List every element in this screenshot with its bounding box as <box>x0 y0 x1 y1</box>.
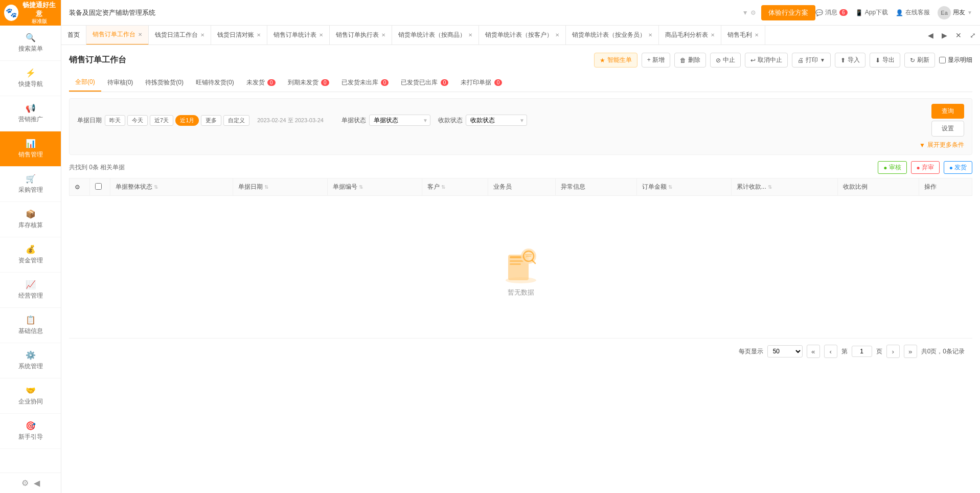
sub-tab-not-shipped[interactable]: 未发货 0 <box>240 74 282 91</box>
tab-close-icon[interactable]: ✕ <box>257 32 261 38</box>
tab-scroll-right-button[interactable]: ▶ <box>938 29 951 41</box>
delete-button[interactable]: 🗑 删除 <box>674 53 706 68</box>
ship-button[interactable]: ● 发货 <box>944 161 972 174</box>
tab-sales-profit[interactable]: 销售毛利 ✕ <box>721 26 765 45</box>
sort-collected[interactable]: 累计收款... ⇅ <box>737 183 772 191</box>
expand-filter-button[interactable]: ▼ 展开更多条件 <box>919 141 964 149</box>
tab-close-icon[interactable]: ✕ <box>319 32 323 38</box>
sub-tab-shipped-stored[interactable]: 已发货已出库 0 <box>395 74 454 91</box>
today-btn[interactable]: 今天 <box>127 115 148 126</box>
sub-tab-pending-inspection[interactable]: 待拣货验货(0) <box>139 74 190 91</box>
first-page-icon: « <box>811 348 815 355</box>
sort-status[interactable]: 单据整体状态 ⇅ <box>116 183 158 191</box>
tab-cash-daily-clearing[interactable]: 钱货日清工作台 ✕ <box>149 26 211 45</box>
tab-close-icon[interactable]: ✕ <box>200 32 204 38</box>
sub-tab-pending-review[interactable]: 待审核(0) <box>101 74 140 91</box>
tab-close-icon[interactable]: ✕ <box>555 32 559 38</box>
yesterday-btn[interactable]: 昨天 <box>105 115 125 126</box>
filter-set-button[interactable]: 设置 <box>931 121 964 137</box>
next-page-button[interactable]: › <box>886 345 900 358</box>
tab-home[interactable]: 首页 <box>61 26 86 45</box>
sidebar-item-enterprise[interactable]: 🤝 企业协同 <box>0 378 61 414</box>
display-detail-checkbox[interactable] <box>939 57 946 63</box>
sidebar-item-guide[interactable]: 🎯 新手引导 <box>0 414 61 449</box>
sidebar-item-inventory[interactable]: 📦 库存核算 <box>0 202 61 237</box>
tab-sales-order-stats[interactable]: 销售订单统计表 ✕ <box>267 26 330 45</box>
tab-close-all-button[interactable]: ✕ <box>951 29 966 41</box>
select-all-checkbox[interactable] <box>95 183 102 190</box>
online-service-button[interactable]: 👤 在线客服 <box>896 8 930 17</box>
more-btn[interactable]: 更多 <box>201 115 221 126</box>
sidebar: 🐾 畅捷通好生意 标准版 🔍 搜索菜单 ⚡ 快捷导航 📢 营销推广 📊 销售管理 <box>0 0 61 493</box>
last-month-btn[interactable]: 近1月 <box>175 115 199 126</box>
sidebar-item-sales[interactable]: 📊 销售管理 <box>0 131 61 167</box>
empty-text: 暂无数据 <box>508 288 534 297</box>
sort-amount[interactable]: 订单金额 ⇅ <box>642 183 672 191</box>
import-button[interactable]: ⬆ 导入 <box>835 53 865 68</box>
sub-tab-expired-not-shipped[interactable]: 到期未发货 0 <box>282 74 335 91</box>
tab-sales-stats-by-customer[interactable]: 销货单统计表（按客户） ✕ <box>479 26 566 45</box>
tab-sales-stats-by-product[interactable]: 销货单统计表（按商品） ✕ <box>392 26 479 45</box>
sidebar-item-marketing[interactable]: 📢 营销推广 <box>0 96 61 131</box>
results-actions: ● 审核 ● 弃审 ● 发货 <box>878 161 972 174</box>
sort-number[interactable]: 单据编号 ⇅ <box>333 183 363 191</box>
payment-select[interactable]: 收款状态 <box>466 115 527 126</box>
tab-cash-goods-reconciliation[interactable]: 钱货日清对账 ✕ <box>211 26 267 45</box>
tab-scroll-left-button[interactable]: ◀ <box>924 29 938 41</box>
sidebar-item-purchase[interactable]: 🛒 采购管理 <box>0 167 61 202</box>
page-size-select[interactable]: 10 20 50 100 <box>767 345 803 357</box>
user-area[interactable]: Ea 用友 ▼ <box>938 6 972 19</box>
stop-button[interactable]: ⊘ 中止 <box>710 53 741 68</box>
current-page-input[interactable] <box>852 346 872 357</box>
sidebar-item-basic[interactable]: 📋 基础信息 <box>0 308 61 343</box>
smart-create-button[interactable]: ★ 智能生单 <box>594 53 637 68</box>
settings-gear-icon[interactable]: ⚙ <box>750 9 756 16</box>
approve-button[interactable]: ● 审核 <box>878 161 906 174</box>
sidebar-item-finance[interactable]: 💰 资金管理 <box>0 237 61 273</box>
sub-tab-not-printed[interactable]: 未打印单据 0 <box>454 74 508 91</box>
tab-close-icon[interactable]: ✕ <box>138 32 142 37</box>
collapse-icon[interactable]: ◀ <box>34 478 40 488</box>
sub-tab-shipped-not-stored[interactable]: 已发货未出库 0 <box>335 74 395 91</box>
sidebar-item-operations[interactable]: 📈 经营管理 <box>0 273 61 308</box>
tab-expand-button[interactable]: ⤢ <box>966 29 980 41</box>
tab-close-icon[interactable]: ✕ <box>755 32 759 38</box>
sub-tab-wangpu-pending-ship[interactable]: 旺铺待发货(0) <box>190 74 240 91</box>
app-download-button[interactable]: 📱 App下载 <box>855 8 888 17</box>
prev-page-button[interactable]: ‹ <box>824 345 837 358</box>
sidebar-item-system[interactable]: ⚙️ 系统管理 <box>0 343 61 378</box>
tab-gross-profit[interactable]: 商品毛利分析表 ✕ <box>659 26 721 45</box>
tab-sales-order-execution[interactable]: 销售订单执行表 ✕ <box>330 26 392 45</box>
status-select[interactable]: 单据状态 <box>369 115 430 126</box>
cancel-stop-button[interactable]: ↩ 取消中止 <box>745 53 788 68</box>
guide-icon: 🎯 <box>26 421 36 431</box>
tab-sales-order-workbench[interactable]: 销售订单工作台 ✕ <box>86 26 149 45</box>
sidebar-item-quick-nav[interactable]: ⚡ 快捷导航 <box>0 61 61 96</box>
display-detail-label[interactable]: 显示明细 <box>939 56 972 64</box>
tab-close-icon[interactable]: ✕ <box>648 32 652 38</box>
message-button[interactable]: 💬 消息 6 <box>815 8 848 17</box>
query-button[interactable]: 查询 <box>931 104 964 119</box>
industry-solution-button[interactable]: 体验行业方案 <box>761 5 815 20</box>
tab-sales-stats-by-salesperson[interactable]: 销货单统计表（按业务员） ✕ <box>566 26 659 45</box>
tab-close-icon[interactable]: ✕ <box>468 32 472 38</box>
sub-tab-all[interactable]: 全部(0) <box>69 74 101 92</box>
tab-close-icon[interactable]: ✕ <box>381 32 385 38</box>
export-button[interactable]: ⬇ 导出 <box>870 53 900 68</box>
custom-btn[interactable]: 自定义 <box>223 115 249 126</box>
sort-customer[interactable]: 客户 ⇅ <box>427 183 445 191</box>
column-settings-icon[interactable]: ⚙ <box>75 184 80 191</box>
settings-icon[interactable]: ⚙ <box>21 478 29 488</box>
refresh-button[interactable]: ↻ 刷新 <box>904 53 935 68</box>
add-button[interactable]: + 新增 <box>642 53 670 68</box>
revoke-button[interactable]: ● 弃审 <box>911 161 940 174</box>
last-page-button[interactable]: » <box>904 345 917 358</box>
page-header: 销售订单工作台 ★ 智能生单 + 新增 🗑 删除 ⊘ <box>69 53 972 68</box>
print-button[interactable]: 🖨 打印 ▼ <box>792 53 831 68</box>
sort-icon: ⇅ <box>441 184 445 190</box>
last7days-btn[interactable]: 近7天 <box>150 115 173 126</box>
first-page-button[interactable]: « <box>807 345 820 358</box>
tab-close-icon[interactable]: ✕ <box>711 32 715 38</box>
sort-date[interactable]: 单据日期 ⇅ <box>238 183 268 191</box>
sidebar-item-search[interactable]: 🔍 搜索菜单 <box>0 26 61 61</box>
